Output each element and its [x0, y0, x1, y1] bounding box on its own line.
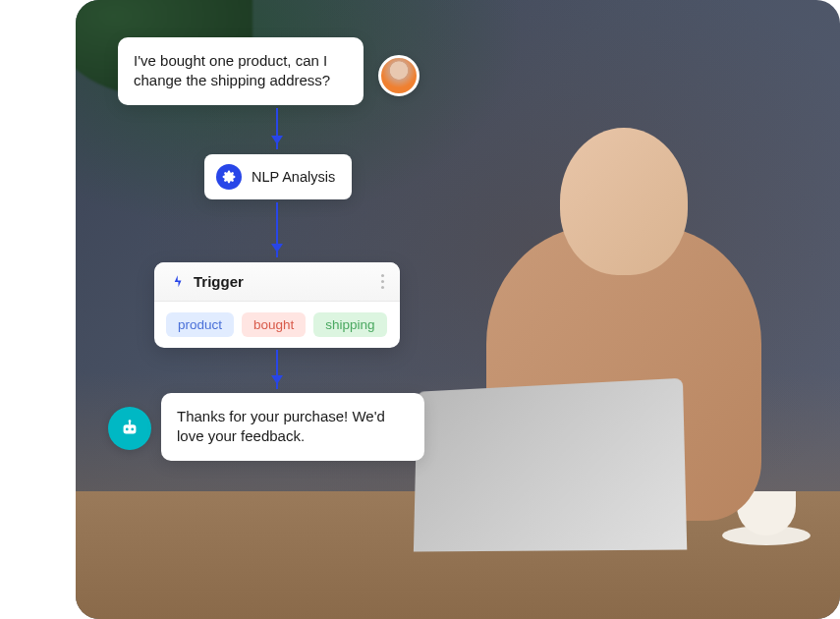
bot-message-bubble: Thanks for your purchase! We'd love your… — [161, 393, 424, 461]
bot-avatar — [108, 407, 151, 450]
bolt-icon — [168, 273, 186, 291]
nlp-label: NLP Analysis — [252, 169, 335, 185]
trigger-tags: product bought shipping — [154, 302, 400, 348]
svg-point-2 — [131, 428, 134, 431]
svg-rect-0 — [124, 424, 137, 433]
svg-point-1 — [126, 428, 129, 431]
tag-product: product — [166, 312, 234, 337]
tag-bought: bought — [242, 312, 306, 337]
gear-icon — [216, 164, 242, 190]
person-head — [560, 128, 688, 275]
user-avatar — [378, 55, 420, 96]
flow-arrow — [276, 350, 278, 389]
laptop-screen — [414, 378, 687, 552]
flow-arrow — [276, 108, 278, 149]
trigger-card: Trigger product bought shipping — [154, 262, 400, 348]
user-message-text: I've bought one product, can I change th… — [134, 52, 330, 88]
user-message-bubble: I've bought one product, can I change th… — [118, 37, 364, 105]
trigger-title: Trigger — [194, 273, 379, 290]
flow-arrow — [276, 202, 278, 257]
svg-point-4 — [129, 420, 132, 422]
laptop — [408, 383, 702, 560]
bot-message-text: Thanks for your purchase! We'd love your… — [177, 408, 385, 444]
nlp-analysis-card: NLP Analysis — [204, 154, 352, 199]
kebab-menu-icon[interactable] — [379, 272, 386, 291]
tag-shipping: shipping — [313, 312, 386, 337]
trigger-header: Trigger — [154, 262, 400, 302]
robot-icon — [119, 418, 140, 439]
